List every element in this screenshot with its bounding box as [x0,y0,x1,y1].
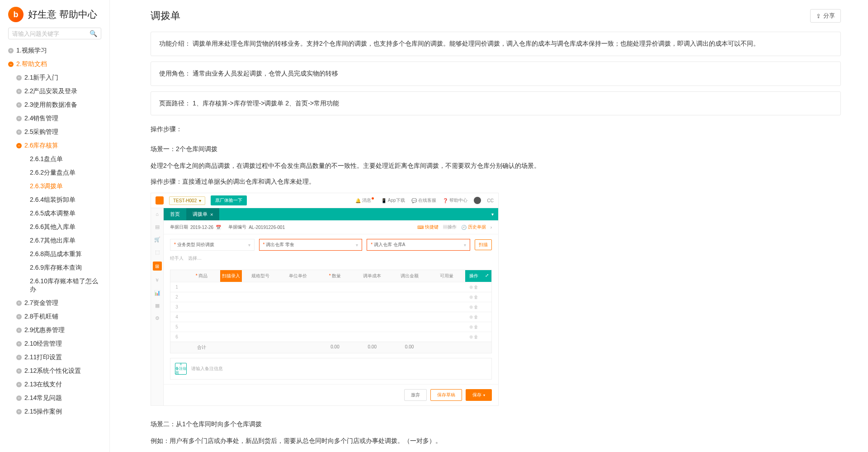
share-icon: ⇪ [816,13,821,19]
expand-icon[interactable] [16,368,22,374]
mock-logo-icon [156,196,164,205]
expand-icon[interactable] [16,328,22,333]
screenshot-scene1: TEST-H002▾ 原厂体验一下 🔔消息 📱App下载 💬在线客服 ❓帮助中心… [151,193,499,406]
role-box: 使用角色：通常由业务人员发起调拨，仓管人员完成实物的转移 [151,62,841,86]
expand-icon[interactable] [8,48,14,53]
nav-item-2-6-8[interactable]: 2.6.8商品成本重算 [0,247,109,261]
nav-item-2-4[interactable]: 2.4销售管理 [0,112,109,125]
collapse-icon[interactable] [16,143,22,148]
search-icon[interactable]: 🔍 [90,30,97,37]
nav-item-2-6-10[interactable]: 2.6.10库存账本错了怎么办 [0,275,109,296]
mock-home-icon: ⌂ [154,211,160,217]
mock-tenant-select: TEST-H002▾ [169,196,205,205]
intro-label: 功能介绍： [159,40,191,47]
intro-text: 调拨单用来处理仓库间货物的转移业务。支持2个仓库间的调拨，也支持多个仓库间的调拨… [193,40,760,47]
nav-item-2-2[interactable]: 2.2产品安装及登录 [0,85,109,98]
mock-app-link: 📱App下载 [381,197,405,204]
nav-item-2-5[interactable]: 2.5采购管理 [0,125,109,139]
expand-icon[interactable] [16,395,22,401]
expand-icon[interactable] [16,341,22,347]
mock-tab-home: 首页 [164,208,186,220]
intro-box: 功能介绍：调拨单用来处理仓库间货物的转移业务。支持2个仓库间的调拨，也支持多个仓… [151,32,841,56]
path-box: 页面路径：1、库存核算->库存管理->调拨单 2、首页->常用功能 [151,91,841,116]
nav-item-2-6-2[interactable]: 2.6.2分量盘点单 [0,166,109,180]
mock-history-link: 🕘历史单据 [461,224,486,230]
scene1-title: 场景一：2个仓库间调拨 [151,143,841,155]
scene2-example: 例如：用户有多个门店或办事处，新品到货后，需要从总仓同时向多个门店或办事处调拨。… [151,435,841,447]
mock-ops-link: ▤操作 [443,224,457,230]
mock-chevron-icon: › [491,225,492,230]
expand-icon[interactable] [16,300,22,306]
expand-icon[interactable] [16,75,22,81]
nav-item-2-13[interactable]: 2.13在线支付 [0,378,109,391]
path-label: 页面路径： [159,100,191,107]
mock-remark-box: ≡备注信息 请输入备注信息 [170,358,492,380]
path-text: 1、库存核算->库存管理->调拨单 2、首页->常用功能 [193,100,339,107]
mock-shortcut-link: ⌨快捷键 [417,224,439,230]
role-label: 使用角色： [159,70,191,77]
nav-item-2-6-1[interactable]: 2.6.1盘点单 [0,152,109,166]
nav-item-2-12[interactable]: 2.12系统个性化设置 [0,364,109,378]
share-button[interactable]: ⇪分享 [810,9,841,23]
nav-item-video-learning[interactable]: 1.视频学习 [0,44,109,57]
mock-gear-icon: ⚙ [154,315,160,321]
mock-items-table: 商品 扫描录入 规格型号 单位单价 数量 调单成本 调出金额 可用量 操作 ⤢ … [170,270,492,353]
mock-save-button: 保存 [466,389,492,401]
nav-item-2-6-9[interactable]: 2.6.9库存账本查询 [0,261,109,275]
nav-item-2-3[interactable]: 2.3使用前数据准备 [0,98,109,112]
nav-item-2-7[interactable]: 2.7资金管理 [0,296,109,310]
mock-out-warehouse-field: 调出仓库 零食▾ [259,239,363,251]
mock-money-icon: ￥ [154,277,160,283]
expand-icon[interactable] [16,409,22,414]
nav-item-2-1[interactable]: 2.1新手入门 [0,71,109,85]
nav-item-2-11[interactable]: 2.11打印设置 [0,351,109,364]
mock-service-link: 💬在线客服 [411,197,436,204]
page-title: 调拨单 [151,9,180,23]
mock-help-link: ❓帮助中心 [443,197,467,204]
expand-icon[interactable] [16,129,22,135]
nav-item-2-6-7[interactable]: 2.6.7其他出库单 [0,234,109,247]
search-box[interactable]: 🔍 [8,28,101,39]
nav-item-2-15[interactable]: 2.15操作案例 [0,405,109,419]
brand-logo-icon: b [8,7,24,22]
mock-box-icon: ⬚ [154,249,160,255]
nav-item-help-docs[interactable]: 2.帮助文档 [0,57,109,71]
nav-item-2-10[interactable]: 2.10经营管理 [0,337,109,351]
nav-item-2-6-6[interactable]: 2.6.6其他入库单 [0,220,109,234]
mock-biz-type-field: 业务类型 同价调拨▾ [170,239,255,251]
mock-doc-icon: ▤ [154,224,160,230]
main-content: 调拨单 ⇪分享 功能介绍：调拨单用来处理仓库间货物的转移业务。支持2个仓库间的调… [110,0,868,452]
mock-in-warehouse-field: 调入仓库 仓库A▾ [367,239,470,251]
nav-item-2-6-5[interactable]: 2.6.5成本调整单 [0,207,109,220]
mock-tab-active: 调拨单 [186,208,219,220]
search-input[interactable] [12,30,90,37]
nav-item-2-8[interactable]: 2.8手机旺铺 [0,310,109,324]
mock-close-all-icon: ▾ [487,209,498,219]
expand-icon[interactable] [16,382,22,387]
mock-trial-button: 原厂体验一下 [211,195,247,205]
mock-stock-icon: ⊞ [153,262,162,271]
nav-item-2-9[interactable]: 2.9优惠券管理 [0,324,109,337]
nav-item-2-6-4[interactable]: 2.6.4组装拆卸单 [0,193,109,207]
expand-icon[interactable] [16,116,22,121]
expand-icon[interactable] [16,355,22,360]
role-text: 通常由业务人员发起调拨，仓管人员完成实物的转移 [193,70,338,77]
collapse-icon[interactable] [8,62,14,67]
expand-icon[interactable] [16,89,22,94]
nav-item-2-14[interactable]: 2.14常见问题 [0,391,109,405]
brand-title: 好生意 帮助中心 [28,8,97,21]
nav-item-2-6-3[interactable]: 2.6.3调拨单 [0,180,109,193]
mock-discard-button: 放弃 [404,389,427,401]
expand-icon[interactable] [16,102,22,108]
mock-sidebar: ⌂ ▤ 🛒 ⬚ ⊞ ￥ 📊 ▦ ⚙ [151,208,164,405]
nav-item-2-6[interactable]: 2.6库存核算 [0,139,109,152]
mock-report-icon: 📊 [154,290,160,296]
steps-label: 操作步骤： [151,124,841,135]
brand: b 好生意 帮助中心 [0,7,109,28]
mock-draft-button: 保存草稿 [430,389,462,401]
mock-scan-button: 扫描 [475,239,492,250]
scene2-title: 场景二：从1个仓库同时向多个仓库调拨 [151,419,841,430]
mock-grid-icon: ▦ [154,302,160,309]
expand-icon[interactable] [16,314,22,319]
mock-msg-link: 🔔消息 [355,197,375,204]
